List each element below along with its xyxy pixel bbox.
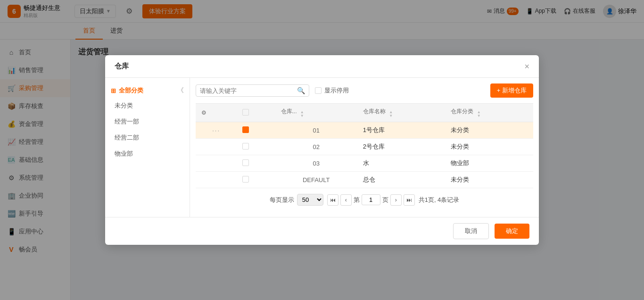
row-gear	[196, 139, 237, 155]
modal-overlay: 仓库 × ⊞ 全部分类 《 未分类 经营一部 经营二部 物业部	[0, 0, 644, 300]
row-number: 03	[275, 155, 357, 172]
row-warehouse-name: 2号仓库	[357, 139, 446, 155]
row-gear	[196, 155, 237, 172]
sort-category-icon[interactable]: ▲▼	[477, 110, 481, 118]
table-header-row: ⚙ 仓库... ▲▼ 仓库名称 ▲▼ 仓库分类	[196, 104, 533, 122]
row-checkbox[interactable]	[242, 176, 249, 183]
table-row[interactable]: ··· 01 1号仓库 未分类	[196, 122, 533, 139]
cancel-button[interactable]: 取消	[453, 223, 489, 239]
dialog-body: ⊞ 全部分类 《 未分类 经营一部 经营二部 物业部 🔍	[105, 78, 539, 217]
table-row[interactable]: 02 2号仓库 未分类	[196, 139, 533, 155]
row-warehouse-name: 总仓	[357, 172, 446, 188]
first-page-button[interactable]: ⏮	[327, 194, 339, 206]
row-checkbox[interactable]	[242, 143, 249, 150]
dialog-close-button[interactable]: ×	[524, 62, 529, 71]
search-icon[interactable]: 🔍	[297, 87, 305, 94]
row-checkbox[interactable]	[242, 126, 249, 133]
table-area: 🔍 显示停用 + 新增仓库 ⚙ 仓库.	[190, 78, 539, 217]
row-warehouse-name: 水	[357, 155, 446, 172]
add-warehouse-button[interactable]: + 新增仓库	[490, 83, 533, 98]
table-header-name: 仓库名称 ▲▼	[357, 104, 446, 122]
page-navigation: ⏮ ‹ 第 页 › ⏭	[327, 194, 415, 206]
show-disabled-label: 显示停用	[324, 86, 349, 95]
row-warehouse-category: 物业部	[445, 155, 533, 172]
prev-page-button[interactable]: ‹	[340, 194, 352, 206]
table-header-check	[237, 104, 275, 122]
more-options-icon[interactable]: ···	[212, 127, 220, 134]
table-toolbar: 🔍 显示停用 + 新增仓库	[196, 83, 533, 98]
row-warehouse-category: 未分类	[445, 172, 533, 188]
page-number-input[interactable]	[362, 194, 380, 205]
per-page-selector: 每页显示 50 10 20 100	[270, 194, 323, 206]
row-checkbox[interactable]	[242, 159, 249, 166]
table-row[interactable]: DEFAULT 总仓 未分类	[196, 172, 533, 188]
page-label: 第	[354, 196, 360, 204]
grid-icon: ⊞	[111, 87, 116, 94]
pagination: 每页显示 50 10 20 100 ⏮ ‹ 第 页	[196, 188, 533, 211]
table-row[interactable]: 03 水 物业部	[196, 155, 533, 172]
row-warehouse-category: 未分类	[445, 122, 533, 139]
dialog-header: 仓库 ×	[105, 55, 539, 78]
dialog-footer: 取消 确定	[105, 217, 539, 245]
page-suffix: 页	[382, 196, 388, 204]
row-checkbox-cell	[237, 122, 275, 139]
sort-name-icon[interactable]: ▲▼	[389, 110, 393, 118]
per-page-select[interactable]: 50 10 20 100	[297, 194, 323, 206]
category-item-dept2[interactable]: 经营二部	[105, 130, 190, 146]
row-gear	[196, 172, 237, 188]
category-item-property[interactable]: 物业部	[105, 146, 190, 162]
page-info: 共1页, 4条记录	[419, 196, 460, 204]
row-gear: ···	[196, 122, 237, 139]
last-page-button[interactable]: ⏭	[404, 194, 415, 206]
warehouse-table: ⚙ 仓库... ▲▼ 仓库名称 ▲▼ 仓库分类	[196, 103, 533, 188]
category-header: ⊞ 全部分类 《	[105, 83, 190, 98]
row-checkbox-cell	[237, 139, 275, 155]
row-warehouse-name: 1号仓库	[357, 122, 446, 139]
table-header-category: 仓库分类 ▲▼	[445, 104, 533, 122]
dialog-title: 仓库	[115, 62, 129, 71]
row-number: 02	[275, 139, 357, 155]
row-checkbox-cell	[237, 155, 275, 172]
per-page-label: 每页显示	[270, 196, 294, 204]
table-header-gear: ⚙	[196, 104, 237, 122]
category-item-uncategorized[interactable]: 未分类	[105, 98, 190, 114]
all-categories-button[interactable]: ⊞ 全部分类	[111, 86, 143, 95]
disabled-checkbox-input[interactable]	[315, 87, 322, 94]
row-number: DEFAULT	[275, 172, 357, 188]
next-page-button[interactable]: ›	[390, 194, 402, 206]
search-input[interactable]	[200, 87, 294, 94]
category-item-dept1[interactable]: 经营一部	[105, 114, 190, 130]
all-categories-label: 全部分类	[119, 86, 143, 95]
row-warehouse-category: 未分类	[445, 139, 533, 155]
warehouse-dialog: 仓库 × ⊞ 全部分类 《 未分类 经营一部 经营二部 物业部	[105, 55, 539, 245]
row-checkbox-cell	[237, 172, 275, 188]
category-sidebar: ⊞ 全部分类 《 未分类 经营一部 经营二部 物业部	[105, 78, 190, 217]
search-box: 🔍	[196, 84, 309, 97]
table-header-code: 仓库... ▲▼	[275, 104, 357, 122]
collapse-icon[interactable]: 《	[177, 86, 184, 95]
select-all-checkbox[interactable]	[242, 109, 249, 116]
row-number: 01	[275, 122, 357, 139]
confirm-button[interactable]: 确定	[495, 224, 529, 239]
show-disabled-checkbox[interactable]: 显示停用	[315, 86, 349, 95]
sort-code-icon[interactable]: ▲▼	[300, 110, 304, 118]
